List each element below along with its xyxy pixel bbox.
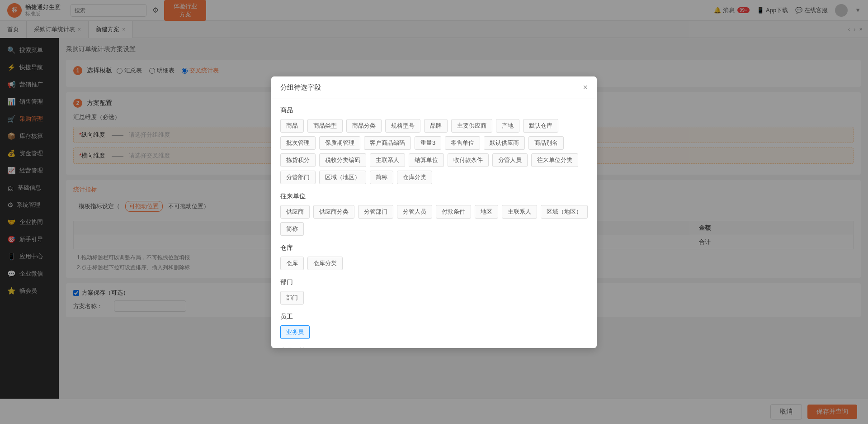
field-tag-product-18[interactable]: 结算单位 — [409, 153, 444, 167]
field-tag-product-7[interactable]: 默认仓库 — [523, 119, 558, 133]
dept-section-title: 部门 — [280, 278, 588, 286]
field-tag-product-16[interactable]: 税收分类编码 — [319, 153, 366, 167]
attr-section-title: 商品属性 — [280, 347, 588, 348]
warehouse-section-title: 仓库 — [280, 244, 588, 252]
field-tag-product-14[interactable]: 商品别名 — [528, 136, 564, 150]
field-section-warehouse: 仓库 仓库 仓库分类 — [280, 244, 588, 270]
field-section-dept: 部门 部门 — [280, 278, 588, 305]
field-tag-product-13[interactable]: 默认供应商 — [484, 136, 525, 150]
employee-section-title: 员工 — [280, 313, 588, 321]
field-tag-product-25[interactable]: 仓库分类 — [397, 171, 432, 184]
dept-field-tags: 部门 — [280, 291, 588, 305]
field-section-employee: 员工 业务员 — [280, 313, 588, 339]
field-tag-product-17[interactable]: 主联系人 — [370, 153, 405, 167]
field-tag-partner-2[interactable]: 分管部门 — [358, 205, 393, 219]
field-tag-product-3[interactable]: 规格型号 — [385, 119, 420, 133]
field-tag-warehouse-1[interactable]: 仓库分类 — [307, 257, 343, 270]
field-tag-product-4[interactable]: 品牌 — [424, 119, 448, 133]
modal-header: 分组待选字段 × — [271, 76, 597, 99]
modal-close-button[interactable]: × — [583, 83, 588, 92]
field-tag-dept-0[interactable]: 部门 — [280, 291, 304, 305]
field-tag-partner-0[interactable]: 供应商 — [280, 205, 310, 219]
field-tag-product-5[interactable]: 主要供应商 — [451, 119, 492, 133]
partner-field-tags: 供应商 供应商分类 分管部门 分管人员 付款条件 地区 主联系人 区域（地区） … — [280, 205, 588, 236]
field-tag-product-10[interactable]: 客户商品编码 — [364, 136, 411, 150]
field-tag-partner-1[interactable]: 供应商分类 — [313, 205, 354, 219]
product-field-tags: 商品 商品类型 商品分类 规格型号 品牌 主要供应商 产地 默认仓库 批次管理 … — [280, 119, 588, 184]
field-tag-partner-3[interactable]: 分管人员 — [397, 205, 432, 219]
warehouse-field-tags: 仓库 仓库分类 — [280, 257, 588, 270]
field-tag-product-9[interactable]: 保质期管理 — [319, 136, 360, 150]
field-tag-product-6[interactable]: 产地 — [496, 119, 519, 133]
modal-title: 分组待选字段 — [280, 83, 321, 92]
field-tag-product-20[interactable]: 分管人员 — [492, 153, 528, 167]
field-tag-product-15[interactable]: 拣货积分 — [280, 153, 316, 167]
modal-body[interactable]: 商品 商品 商品类型 商品分类 规格型号 品牌 主要供应商 产地 默认仓库 批次… — [271, 99, 597, 348]
field-tag-partner-7[interactable]: 区域（地区） — [541, 205, 588, 219]
employee-field-tags: 业务员 — [280, 325, 588, 339]
field-tag-product-21[interactable]: 往来单位分类 — [531, 153, 578, 167]
modal-overlay: 分组待选字段 × 商品 商品 商品类型 商品分类 规格型号 品牌 主要供应商 产… — [0, 0, 868, 424]
field-tag-product-8[interactable]: 批次管理 — [280, 136, 316, 150]
product-section-title: 商品 — [280, 106, 588, 114]
partner-section-title: 往来单位 — [280, 192, 588, 200]
field-tag-product-24[interactable]: 简称 — [370, 171, 393, 184]
field-tag-partner-4[interactable]: 付款条件 — [436, 205, 471, 219]
field-section-attr: 商品属性 属性 颜色 多规格 尺码 鞋码 1 — [280, 347, 588, 348]
field-tag-product-12[interactable]: 零售单位 — [445, 136, 480, 150]
field-tag-product-23[interactable]: 区域（地区） — [319, 171, 366, 184]
field-tag-partner-5[interactable]: 地区 — [475, 205, 498, 219]
field-section-partner: 往来单位 供应商 供应商分类 分管部门 分管人员 付款条件 地区 主联系人 区域… — [280, 192, 588, 236]
field-tag-product-2[interactable]: 商品分类 — [346, 119, 382, 133]
field-tag-partner-8[interactable]: 简称 — [280, 222, 304, 236]
field-tag-product-19[interactable]: 收付款条件 — [448, 153, 489, 167]
field-section-product: 商品 商品 商品类型 商品分类 规格型号 品牌 主要供应商 产地 默认仓库 批次… — [280, 106, 588, 184]
field-tag-warehouse-0[interactable]: 仓库 — [280, 257, 304, 270]
field-tag-product-0[interactable]: 商品 — [280, 119, 304, 133]
modal-dialog: 分组待选字段 × 商品 商品 商品类型 商品分类 规格型号 品牌 主要供应商 产… — [271, 76, 597, 348]
field-tag-partner-6[interactable]: 主联系人 — [502, 205, 537, 219]
field-tag-product-1[interactable]: 商品类型 — [307, 119, 343, 133]
field-tag-employee-0[interactable]: 业务员 — [280, 325, 310, 339]
field-tag-product-22[interactable]: 分管部门 — [280, 171, 316, 184]
field-tag-product-11[interactable]: 重量3 — [415, 136, 441, 150]
